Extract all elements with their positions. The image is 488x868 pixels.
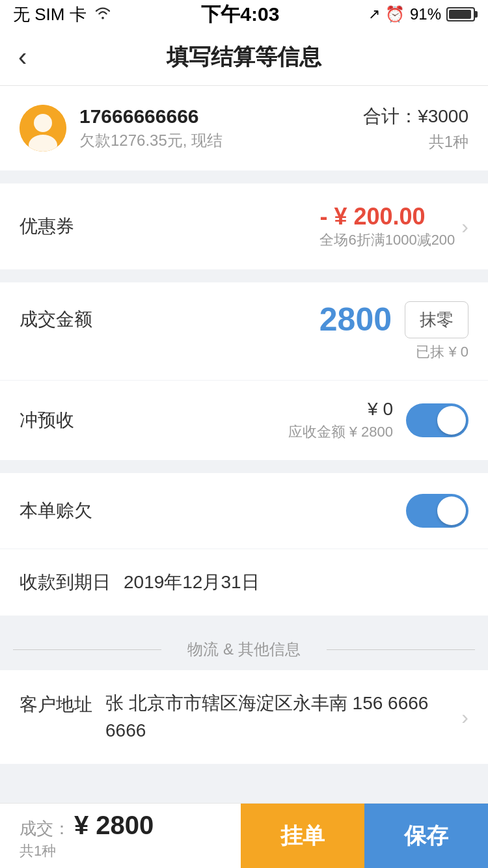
footer-deal-amount: ¥ 2800	[74, 811, 154, 840]
deal-amount-section: 成交金额 2800 抹零 已抹 ¥ 0	[0, 282, 488, 380]
hang-button[interactable]: 挂单	[241, 804, 364, 869]
avatar	[20, 105, 66, 152]
address-chevron-icon: ›	[461, 705, 468, 729]
svg-point-1	[34, 114, 52, 132]
chevron-right-icon: ›	[461, 215, 468, 239]
location-icon: ↗	[368, 6, 380, 23]
round-zero-button[interactable]: 抹零	[405, 301, 468, 338]
address-section[interactable]: 客户地址 张 北京市市辖区海淀区永丰南 156 6666 6666 ›	[0, 670, 488, 764]
prereceive-sub: 应收金额 ¥ 2800	[288, 422, 393, 442]
status-right: ↗ ⏰ 91%	[368, 5, 475, 23]
footer-count: 共1种	[20, 841, 221, 861]
footer-info: 成交： ¥ 2800 共1种	[0, 811, 241, 861]
address-value: 张 北京市市辖区海淀区永丰南 156 6666 6666	[105, 690, 455, 744]
status-time: 下午4:03	[201, 1, 279, 28]
back-button[interactable]: ‹	[18, 42, 27, 72]
logistics-text: 物流 & 其他信息	[187, 639, 300, 660]
credit-section: 本单赊欠	[0, 473, 488, 549]
deal-amount-label: 成交金额	[20, 307, 92, 332]
status-carrier: 无 SIM 卡	[13, 3, 113, 26]
page-title: 填写结算等信息	[167, 42, 321, 72]
divider-2	[0, 269, 488, 282]
deal-amount-value: 2800	[319, 301, 392, 338]
coupon-desc: 全场6折满1000减200	[319, 230, 455, 250]
customer-total: 合计：¥3000	[363, 104, 468, 129]
coupon-label: 优惠券	[20, 214, 74, 239]
prereceive-section: 冲预收 ¥ 0 应收金额 ¥ 2800	[0, 381, 488, 460]
address-label: 客户地址	[20, 690, 92, 717]
save-button[interactable]: 保存	[364, 804, 488, 869]
divider-1	[0, 170, 488, 183]
status-bar: 无 SIM 卡 下午4:03 ↗ ⏰ 91%	[0, 0, 488, 29]
nav-bar: ‹ 填写结算等信息	[0, 29, 488, 86]
footer: 成交： ¥ 2800 共1种 挂单 保存	[0, 803, 488, 868]
battery-text: 91%	[410, 5, 441, 23]
logistics-line-right	[327, 649, 475, 650]
prereceive-label: 冲预收	[20, 408, 74, 433]
customer-debt: 欠款1276.35元, 现结	[79, 130, 223, 151]
carrier-text: 无 SIM 卡	[13, 3, 87, 26]
deal-amount-sub: 已抹 ¥ 0	[20, 342, 468, 362]
battery-icon	[446, 7, 475, 21]
duedate-value: 2019年12月31日	[124, 570, 260, 595]
divider-4	[0, 616, 488, 629]
divider-3	[0, 460, 488, 473]
duedate-label: 收款到期日	[20, 570, 111, 595]
footer-deal-label: 成交：	[20, 817, 70, 840]
customer-row: 17666666666 欠款1276.35元, 现结 合计：¥3000 共1种	[0, 86, 488, 170]
duedate-section: 收款到期日 2019年12月31日	[0, 549, 488, 616]
prereceive-amount: ¥ 0	[288, 399, 393, 420]
credit-label: 本单赊欠	[20, 498, 92, 523]
customer-count: 共1种	[363, 131, 468, 152]
credit-toggle[interactable]	[406, 494, 468, 528]
customer-phone: 17666666666	[79, 105, 223, 128]
coupon-row[interactable]: 优惠券 - ¥ 200.00 全场6折满1000减200 ›	[0, 183, 488, 269]
coupon-amount: - ¥ 200.00	[319, 203, 455, 230]
logistics-separator: 物流 & 其他信息	[0, 629, 488, 670]
prereceive-toggle[interactable]	[406, 403, 468, 437]
alarm-icon: ⏰	[385, 5, 405, 23]
wifi-icon	[93, 5, 113, 25]
logistics-line-left	[13, 649, 161, 650]
